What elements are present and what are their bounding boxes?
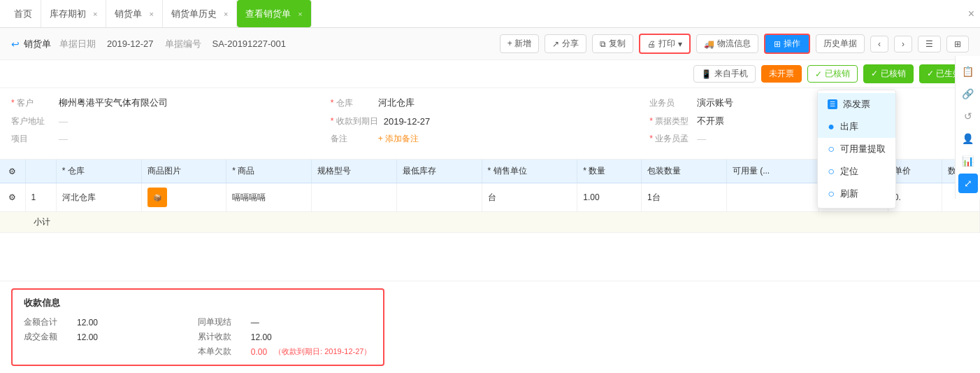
dropdown-item-available[interactable]: ○ 可用量提取	[818, 138, 895, 160]
next-button[interactable]: ›	[894, 36, 912, 52]
subtotal-label: 小计	[0, 212, 980, 233]
row-pack-qty: 1台	[642, 183, 727, 212]
arrears-label: 本单欠款	[198, 346, 247, 358]
ticket-type-field: 票据类型 不开票	[649, 115, 969, 127]
staff-label: 业务员	[649, 97, 691, 109]
col-sales-unit: * 销售单位	[482, 160, 577, 183]
tab-sales-history[interactable]: 销货单历史 ×	[163, 0, 237, 27]
salesman-field: 业务员孟 —	[649, 133, 969, 145]
tab-view-sales[interactable]: 查看销货单 ×	[237, 0, 311, 27]
warehouse-label: 仓库	[331, 97, 373, 109]
tab-home[interactable]: 首页	[6, 0, 41, 27]
col-pack-qty: 包装数量	[642, 160, 727, 183]
settlement-label: 同单现结	[198, 316, 247, 328]
warehouse-field: 仓库 河北仓库	[331, 97, 650, 109]
col-min-stock: 最低库存	[396, 160, 482, 183]
tab-view-sales-label: 查看销货单	[245, 8, 291, 20]
history-label: 历史单据	[823, 38, 857, 50]
row-gear[interactable]: ⚙	[0, 183, 25, 212]
doc-icon: ↩	[11, 38, 20, 50]
view1-button[interactable]: ☰	[918, 36, 941, 52]
not-open-label: 未开票	[769, 68, 794, 80]
tab-bar-close[interactable]: ×	[968, 8, 974, 20]
arrears-value: 0.00	[251, 347, 267, 357]
tab-sales-history-close[interactable]: ×	[224, 10, 228, 18]
tab-view-sales-close[interactable]: ×	[298, 10, 302, 18]
doc-meta: 单据日期 2019-12-27 单据编号 SA-20191227-001	[59, 38, 286, 50]
doc-title-text: 销货单	[24, 38, 51, 50]
due-date-value: 2019-12-27	[384, 116, 431, 127]
logistics-label: 物流信息	[717, 38, 751, 50]
dropdown-item-locate[interactable]: ○ 定位	[818, 160, 895, 183]
operation-button[interactable]: ⊞ 操作	[764, 34, 810, 54]
address-label: 客户地址	[11, 115, 53, 127]
sidebar-icon-user[interactable]: 👤	[958, 129, 978, 148]
share-label: 分享	[562, 38, 579, 50]
dropdown-item-refresh[interactable]: ○ 刷新	[818, 183, 895, 205]
transaction-row: 成交金额 12.00	[24, 331, 198, 343]
from-phone-button[interactable]: 📱 来自手机	[693, 65, 756, 83]
sidebar-icon-clipboard[interactable]: 📋	[958, 62, 978, 81]
locate-label: 定位	[840, 165, 858, 178]
dropdown-item-invoice[interactable]: ☰ 添发票	[818, 93, 895, 115]
address-field: 客户地址 —	[11, 115, 331, 127]
row-spec	[312, 183, 397, 212]
tab-sales-label: 销货单	[115, 8, 142, 20]
col-quantity: * 数量	[577, 160, 642, 183]
new-button[interactable]: + 新增	[500, 34, 539, 53]
invoice-icon: ☰	[828, 99, 837, 109]
verify-button[interactable]: ✓ 已核销	[807, 65, 858, 83]
outbound-icon: ●	[828, 121, 835, 132]
tab-inventory[interactable]: 库存期初 ×	[41, 0, 106, 27]
sidebar-icon-link[interactable]: 🔗	[958, 84, 978, 104]
date-label: 单据日期	[59, 38, 96, 50]
tab-inventory-close[interactable]: ×	[93, 10, 97, 18]
row-product: 嗝嗝嗝嗝	[226, 183, 312, 212]
sidebar-icon-chart[interactable]: 📊	[958, 151, 978, 171]
operation-icon: ⊞	[774, 39, 781, 49]
history-button[interactable]: 历史单据	[816, 34, 865, 53]
dropdown-item-outbound[interactable]: ● 出库	[818, 115, 895, 138]
verified-button[interactable]: ✓ 已核销	[863, 64, 913, 83]
total-value: 12.00	[77, 318, 98, 328]
salesman-value: —	[697, 134, 706, 144]
salesman-label: 业务员孟	[649, 133, 691, 145]
total-label: 金额合计	[24, 316, 73, 328]
refresh-label: 刷新	[840, 188, 858, 200]
sidebar-icon-expand[interactable]: ⤢	[958, 174, 978, 193]
tab-sales[interactable]: 销货单 ×	[106, 0, 162, 27]
add-note-button[interactable]: + 添加备注	[378, 133, 419, 145]
effective-icon: ✓	[927, 69, 934, 78]
view2-button[interactable]: ⊞	[946, 36, 969, 52]
prev-button[interactable]: ‹	[870, 36, 888, 52]
row-min-stock	[396, 183, 482, 212]
date-value: 2019-12-27	[107, 38, 154, 49]
share-button[interactable]: ↗ 分享	[545, 34, 586, 53]
right-sidebar: 📋 🔗 ↺ 👤 📊 ⤢	[955, 56, 980, 199]
staff-value: 演示账号	[697, 97, 733, 109]
cumulative-label: 累计收款	[198, 331, 247, 343]
not-open-button[interactable]: 未开票	[761, 65, 802, 83]
locate-icon: ○	[828, 166, 835, 177]
tab-bar: 首页 库存期初 × 销货单 × 销货单历史 × 查看销货单 × ×	[0, 0, 980, 28]
note-label: 备注	[331, 133, 373, 145]
copy-button[interactable]: ⧉ 复制	[592, 34, 633, 53]
invoice-label: 添发票	[843, 98, 870, 111]
print-button[interactable]: 🖨 打印 ▾	[639, 34, 691, 54]
logistics-button[interactable]: 🚚 物流信息	[696, 34, 758, 53]
payment-title: 收款信息	[24, 297, 372, 309]
doc-title-group: ↩ 销货单	[11, 38, 51, 50]
refresh-icon: ○	[828, 188, 835, 199]
customer-value: 柳州粤港平安气体有限公司	[59, 97, 168, 109]
col-gear: ⚙	[0, 160, 25, 183]
project-field: 项目 —	[11, 133, 331, 145]
row-sales-unit: 台	[482, 183, 577, 212]
row-available	[726, 183, 819, 212]
tab-sales-close[interactable]: ×	[149, 10, 153, 18]
payment-grid: 金额合计 12.00 同单现结 — 成交金额 12.00 累计收款 12.00	[24, 316, 372, 358]
print-label: 打印	[658, 38, 675, 50]
verify-icon: ✓	[815, 69, 822, 79]
sidebar-icon-refresh[interactable]: ↺	[958, 106, 978, 126]
number-value: SA-20191227-001	[212, 38, 287, 49]
transaction-value: 12.00	[77, 332, 98, 342]
